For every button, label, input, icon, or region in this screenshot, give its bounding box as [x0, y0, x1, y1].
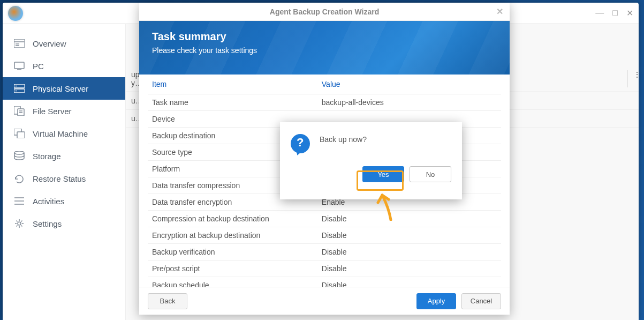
main-maximize-button[interactable]: □ [612, 8, 618, 18]
app-logo-icon [8, 6, 23, 21]
activities-icon [13, 196, 25, 206]
summary-value: Disable [317, 227, 501, 244]
summary-row: Encryption at backup destinationDisable [148, 227, 501, 244]
svg-rect-15 [17, 132, 25, 138]
wizard-footer: Back Apply Cancel [139, 287, 510, 315]
summary-item: Backup schedule [148, 277, 317, 287]
main-minimize-button[interactable]: — [595, 8, 604, 18]
summary-item: Pre/post script [148, 261, 317, 277]
svg-rect-0 [14, 39, 25, 48]
summary-row: Compression at backup destinationDisable [148, 211, 501, 227]
yes-button[interactable]: Yes [362, 166, 404, 182]
no-button[interactable]: No [410, 166, 451, 182]
summary-row: Backup scheduleDisable [148, 277, 501, 287]
summary-item: Backup verification [148, 244, 317, 261]
wizard-titlebar: Agent Backup Creation Wizard ✕ [139, 3, 510, 21]
svg-rect-4 [14, 62, 24, 69]
summary-value: Disable [317, 244, 501, 261]
sidebar-item-overview[interactable]: Overview [3, 32, 125, 55]
sidebar-item-storage[interactable]: Storage [3, 145, 125, 167]
summary-value: Disable [317, 261, 501, 277]
sidebar-label: Storage [33, 152, 61, 161]
sidebar-item-activities[interactable]: Activities [3, 190, 125, 212]
summary-value: Disable [317, 277, 501, 287]
sidebar-item-file-server[interactable]: File Server [3, 100, 125, 122]
sidebar-item-settings[interactable]: Settings [3, 212, 125, 235]
summary-item: Compression at backup destination [148, 211, 317, 227]
summary-value: Disable [317, 211, 501, 227]
wizard-title: Agent Backup Creation Wizard [270, 8, 379, 16]
gear-icon [13, 219, 25, 228]
cancel-button[interactable]: Cancel [461, 293, 501, 309]
summary-value: backup-all-devices [317, 94, 501, 111]
sidebar-label: Physical Server [33, 84, 88, 93]
overview-icon [13, 39, 25, 48]
server-icon [13, 84, 25, 93]
file-server-icon [13, 106, 25, 116]
svg-point-16 [14, 151, 24, 154]
sidebar-label: File Server [33, 107, 72, 116]
apply-button[interactable]: Apply [416, 293, 456, 309]
summary-item: Task name [148, 94, 317, 111]
vm-icon [13, 129, 25, 138]
summary-row: Backup verificationDisable [148, 244, 501, 261]
summary-row: Pre/post scriptDisable [148, 261, 501, 277]
svg-point-8 [16, 86, 17, 87]
wizard-banner-title: Task summary [152, 31, 497, 43]
summary-row: Task namebackup-all-devices [148, 94, 501, 111]
wizard-close-button[interactable]: ✕ [496, 6, 503, 17]
sidebar-label: Settings [33, 219, 62, 228]
sidebar-label: Overview [33, 39, 66, 48]
sidebar-item-pc[interactable]: PC [3, 55, 125, 77]
summary-item: Encryption at backup destination [148, 227, 317, 244]
sidebar-item-physical-server[interactable]: Physical Server [3, 77, 125, 100]
column-menu-icon[interactable]: ⋮ [628, 70, 639, 87]
sidebar-item-restore-status[interactable]: Restore Status [3, 167, 125, 190]
sidebar-label: Restore Status [33, 174, 86, 183]
back-button[interactable]: Back [148, 293, 187, 309]
summary-header-value: Value [317, 75, 501, 94]
confirm-dialog: Back up now? Yes No [280, 122, 462, 199]
wizard-banner-subtitle: Please check your task settings [152, 46, 497, 55]
summary-header-item: Item [148, 75, 317, 94]
main-close-button[interactable]: ✕ [626, 8, 633, 18]
restore-icon [13, 174, 25, 183]
confirm-text: Back up now? [320, 134, 367, 144]
pc-icon [13, 61, 25, 71]
svg-point-20 [18, 222, 21, 225]
sidebar-label: PC [33, 62, 44, 71]
sidebar: Overview PC Physical Server File Server … [3, 24, 126, 320]
wizard-banner: Task summary Please check your task sett… [139, 21, 510, 75]
sidebar-label: Virtual Machine [33, 129, 88, 138]
svg-point-9 [16, 91, 17, 92]
sidebar-item-virtual-machine[interactable]: Virtual Machine [3, 122, 125, 145]
storage-icon [13, 151, 25, 161]
sidebar-label: Activities [33, 197, 64, 206]
